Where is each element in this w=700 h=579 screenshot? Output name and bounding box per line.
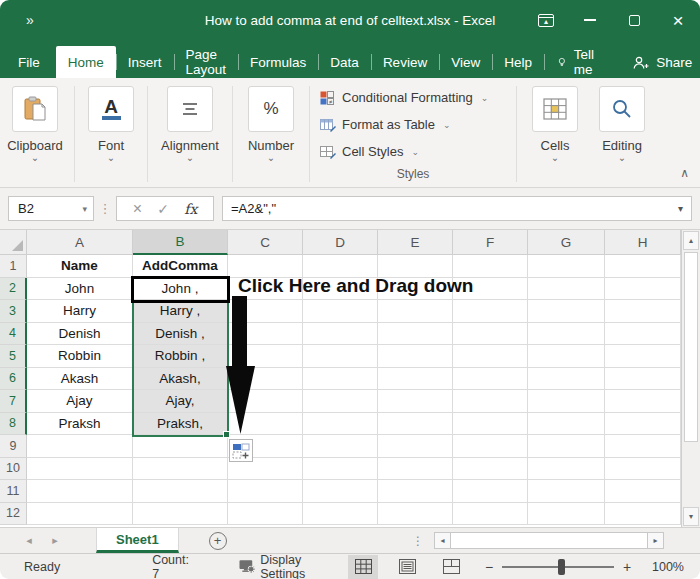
cell-B10[interactable] [133,458,228,481]
alignment-group[interactable]: Alignment ⌄ [158,78,222,162]
sheet-nav-left-icon[interactable]: ◂ [22,534,36,547]
zoom-slider[interactable] [502,566,614,568]
cell-H6[interactable] [605,368,681,391]
number-button[interactable]: % [248,86,294,132]
cell-F5[interactable] [453,345,528,368]
row-header-1[interactable]: 1 [0,255,27,278]
cell-A12[interactable] [27,503,133,526]
cell-C4[interactable] [228,323,303,346]
close-button[interactable]: × [656,0,700,40]
cell-D3[interactable] [303,300,378,323]
tab-insert[interactable]: Insert [116,46,174,78]
cell-styles-button[interactable]: Cell Styles ⌄ [320,138,506,165]
cell-G1[interactable] [528,255,605,278]
new-sheet-button[interactable]: + [209,532,227,550]
row-header-3[interactable]: 3 [0,300,27,323]
cell-H10[interactable] [605,458,681,481]
share-button[interactable]: Share [613,46,700,78]
number-group[interactable]: % Number ⌄ [243,78,299,162]
font-caret-icon[interactable]: ⌄ [107,154,115,162]
cell-F8[interactable] [453,413,528,436]
sheetbar-dots-icon[interactable]: ⋮ [412,534,424,548]
editing-caret-icon[interactable]: ⌄ [618,154,626,162]
cell-A6[interactable]: Akash [27,368,133,391]
cell-F10[interactable] [453,458,528,481]
row-header-10[interactable]: 10 [0,458,27,481]
scroll-left-icon[interactable]: ◂ [434,532,451,549]
clipboard-caret-icon[interactable]: ⌄ [31,154,39,162]
cell-G8[interactable] [528,413,605,436]
column-header-B[interactable]: B [133,230,228,255]
row-header-11[interactable]: 11 [0,480,27,503]
sheet-tab-sheet1[interactable]: Sheet1 [96,528,179,553]
scroll-up-icon[interactable]: ▴ [683,231,699,250]
cell-C2[interactable] [228,278,303,301]
cell-E3[interactable] [378,300,453,323]
cell-E9[interactable] [378,435,453,458]
horizontal-scrollbar-thumb[interactable] [451,532,647,549]
cell-E2[interactable] [378,278,453,301]
cells-caret-icon[interactable]: ⌄ [551,154,559,162]
cell-H2[interactable] [605,278,681,301]
tab-page-layout[interactable]: Page Layout [174,46,239,78]
cell-G6[interactable] [528,368,605,391]
tab-help[interactable]: Help [492,46,544,78]
column-header-F[interactable]: F [453,230,528,255]
row-header-5[interactable]: 5 [0,345,27,368]
name-box[interactable]: B2 ▾ [8,196,94,221]
cell-A8[interactable]: Praksh [27,413,133,436]
cell-A9[interactable] [27,435,133,458]
column-header-C[interactable]: C [228,230,303,255]
sheet-nav-right-icon[interactable]: ▸ [48,534,62,547]
collapse-ribbon-icon[interactable]: ∧ [680,166,689,180]
alignment-button[interactable] [167,86,213,132]
cell-D6[interactable] [303,368,378,391]
editing-button[interactable] [599,86,645,132]
cell-H5[interactable] [605,345,681,368]
cell-G7[interactable] [528,390,605,413]
cell-E6[interactable] [378,368,453,391]
row-header-7[interactable]: 7 [0,390,27,413]
cell-H1[interactable] [605,255,681,278]
vertical-scrollbar[interactable]: ▴ ▾ [681,230,700,527]
page-layout-view-button[interactable] [392,555,422,579]
column-header-H[interactable]: H [605,230,681,255]
formula-input[interactable]: =A2&"," ▾ [222,196,692,221]
cell-A10[interactable] [27,458,133,481]
cell-F4[interactable] [453,323,528,346]
cell-E4[interactable] [378,323,453,346]
cell-C11[interactable] [228,480,303,503]
scroll-down-icon[interactable]: ▾ [683,507,699,526]
cell-H3[interactable] [605,300,681,323]
cell-B7[interactable]: Ajay, [133,390,228,413]
cell-C6[interactable] [228,368,303,391]
cell-A7[interactable]: Ajay [27,390,133,413]
cell-F12[interactable] [453,503,528,526]
zoom-level[interactable]: 100% [644,560,684,574]
cell-E7[interactable] [378,390,453,413]
fill-handle[interactable] [223,431,230,438]
cell-D12[interactable] [303,503,378,526]
cell-B5[interactable]: Robbin , [133,345,228,368]
cell-B11[interactable] [133,480,228,503]
cell-B2[interactable]: John , [133,278,228,301]
select-all-button[interactable] [0,230,27,255]
clipboard-button[interactable] [12,86,58,132]
editing-group[interactable]: Editing ⌄ [591,78,653,162]
tab-data[interactable]: Data [318,46,371,78]
cell-G4[interactable] [528,323,605,346]
cell-E1[interactable] [378,255,453,278]
cell-G11[interactable] [528,480,605,503]
cell-H7[interactable] [605,390,681,413]
cell-G3[interactable] [528,300,605,323]
autofill-options-button[interactable] [229,439,253,462]
column-header-E[interactable]: E [378,230,453,255]
cell-F11[interactable] [453,480,528,503]
cell-B1[interactable]: AddComma [133,255,228,278]
cell-F7[interactable] [453,390,528,413]
cell-C5[interactable] [228,345,303,368]
alignment-caret-icon[interactable]: ⌄ [186,154,194,162]
zoom-slider-thumb[interactable] [558,559,565,575]
tab-review[interactable]: Review [371,46,439,78]
cell-E11[interactable] [378,480,453,503]
